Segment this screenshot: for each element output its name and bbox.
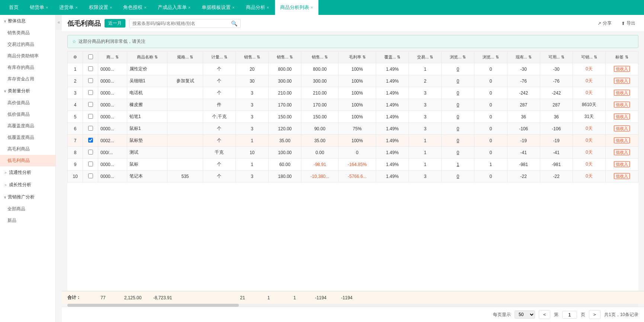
table-row[interactable]: 2 0000... 吴细细1 参加复试 个 30 300.00 300.00 1… bbox=[68, 75, 638, 87]
table-row[interactable]: 1 0000... 属性定价 个 20 800.00 800.00 100% 1… bbox=[68, 63, 638, 75]
col-spec[interactable]: 规格... ⇅ bbox=[167, 51, 203, 63]
row-checkbox[interactable] bbox=[83, 63, 98, 75]
col-sellable[interactable]: 可销... ⇅ bbox=[573, 51, 605, 63]
horizontal-scrollbar[interactable] bbox=[67, 304, 638, 307]
col-code[interactable]: 商... ⇅ bbox=[98, 51, 127, 63]
row-select-checkbox[interactable] bbox=[88, 90, 93, 95]
search-input[interactable] bbox=[132, 21, 229, 26]
sidebar-item-low-profit[interactable]: 低毛利商品 bbox=[0, 155, 55, 166]
col-coverage[interactable]: 覆盖... ⇅ bbox=[376, 51, 409, 63]
page-size-select[interactable]: 50 100 bbox=[515, 310, 535, 319]
share-button[interactable]: ↗ 分享 bbox=[595, 19, 615, 28]
row-checkbox[interactable] bbox=[83, 75, 98, 87]
page-number-input[interactable] bbox=[562, 311, 577, 319]
search-icon[interactable]: 🔍 bbox=[231, 20, 237, 26]
row-select-checkbox[interactable] bbox=[88, 150, 93, 154]
col-browse2[interactable]: 浏览... ⇅ bbox=[474, 51, 507, 63]
table-row[interactable]: 6 0000... 鼠标1 个 3 120.00 90.00 75% 1.49%… bbox=[68, 123, 638, 135]
row-name[interactable]: 鼠标1 bbox=[127, 123, 167, 135]
col-trade[interactable]: 交易... ⇅ bbox=[409, 51, 442, 63]
nav-role-close[interactable]: × bbox=[144, 5, 146, 10]
scrollbar-thumb[interactable] bbox=[67, 304, 239, 307]
sidebar-section-circulation-title[interactable]: ＞ 流通性分析 bbox=[0, 166, 55, 179]
sidebar-item-low-coverage[interactable]: 低覆盖度商品 bbox=[0, 132, 55, 143]
nav-permission-close[interactable]: × bbox=[110, 5, 112, 10]
nav-goods-analysis-list[interactable]: 商品分析列表× bbox=[275, 0, 318, 15]
select-all-checkbox[interactable] bbox=[88, 54, 93, 59]
row-checkbox[interactable] bbox=[83, 123, 98, 135]
col-browse1[interactable]: 浏览... ⇅ bbox=[442, 51, 474, 63]
row-name[interactable]: 测试 bbox=[127, 147, 167, 159]
col-tag[interactable]: 标签 ⇅ bbox=[606, 51, 638, 63]
row-checkbox[interactable] bbox=[83, 87, 98, 99]
nav-sales-close[interactable]: × bbox=[46, 5, 48, 10]
nav-goods-analysis-close[interactable]: × bbox=[267, 5, 269, 10]
col-stock[interactable]: 现有... ⇅ bbox=[507, 51, 540, 63]
table-row[interactable]: 10 0000... 笔记本 535 个 3 180.00 -10,380...… bbox=[68, 170, 638, 182]
sidebar-item-stock-capital[interactable]: 库存资金占用 bbox=[0, 73, 55, 85]
sidebar-item-category-rate[interactable]: 商品分类助销率 bbox=[0, 50, 55, 62]
row-select-checkbox[interactable] bbox=[88, 78, 93, 83]
row-browse1[interactable]: 0 bbox=[442, 123, 474, 135]
row-select-checkbox[interactable] bbox=[88, 114, 93, 119]
sidebar-item-stock-goods[interactable]: 有库存的商品 bbox=[0, 62, 55, 73]
row-checkbox[interactable] bbox=[83, 170, 98, 182]
row-browse1[interactable]: 0 bbox=[442, 63, 474, 75]
col-unit[interactable]: 计量... ⇅ bbox=[203, 51, 236, 63]
row-browse1[interactable]: 0 bbox=[442, 75, 474, 87]
row-select-checkbox[interactable] bbox=[88, 66, 93, 71]
export-button[interactable]: ⬆ 导出 bbox=[618, 19, 638, 28]
nav-purchase[interactable]: 进货单× bbox=[54, 0, 83, 15]
sidebar-item-all-goods[interactable]: 全部商品 bbox=[0, 203, 55, 215]
col-sales3[interactable]: 销售... ⇅ bbox=[301, 51, 339, 63]
sidebar-item-high-value[interactable]: 高价值商品 bbox=[0, 97, 55, 109]
row-browse1[interactable]: 0 bbox=[442, 99, 474, 111]
row-name[interactable]: 鼠标 bbox=[127, 159, 167, 170]
nav-home[interactable]: 首页 bbox=[4, 0, 24, 15]
sidebar-item-new-goods[interactable]: 新品 bbox=[0, 215, 55, 226]
row-select-checkbox[interactable] bbox=[88, 102, 93, 107]
row-checkbox[interactable] bbox=[83, 111, 98, 123]
row-name[interactable]: 笔记本 bbox=[127, 170, 167, 182]
table-row[interactable]: 5 0000... 铅笔1 个,千克 3 150.00 150.00 100% … bbox=[68, 111, 638, 123]
row-browse1[interactable]: 1 bbox=[442, 159, 474, 170]
nav-role[interactable]: 角色授权× bbox=[118, 0, 151, 15]
sidebar-item-traded-goods[interactable]: 交易过的商品 bbox=[0, 39, 55, 50]
col-name[interactable]: 商品名称 ⇅ bbox=[127, 51, 167, 63]
row-checkbox[interactable] bbox=[83, 99, 98, 111]
row-name[interactable]: 铅笔1 bbox=[127, 111, 167, 123]
nav-purchase-close[interactable]: × bbox=[75, 5, 77, 10]
sidebar-section-analysis-title[interactable]: ∨ 类射量分析 bbox=[0, 85, 55, 97]
row-browse1[interactable]: 0 bbox=[442, 147, 474, 159]
row-select-checkbox[interactable] bbox=[88, 173, 93, 178]
row-name[interactable]: 属性定价 bbox=[127, 63, 167, 75]
row-checkbox[interactable] bbox=[83, 159, 98, 170]
table-row[interactable]: 4 0000... 橡皮擦 件 3 170.00 170.00 100% 1.4… bbox=[68, 99, 638, 111]
data-table-container[interactable]: ⚙ 商... ⇅ 商品名称 ⇅ 规格... ⇅ 计量... ⇅ 销售... ⇅ … bbox=[67, 51, 638, 291]
nav-template[interactable]: 单据模板设置× bbox=[196, 0, 240, 15]
row-browse1[interactable]: 0 bbox=[442, 87, 474, 99]
sidebar-item-high-profit[interactable]: 高毛利商品 bbox=[0, 143, 55, 155]
row-select-checkbox[interactable] bbox=[88, 138, 93, 143]
next-page-button[interactable]: ＞ bbox=[589, 310, 600, 319]
row-name[interactable]: 吴细细1 bbox=[127, 75, 167, 87]
col-sales2[interactable]: 销售... ⇅ bbox=[269, 51, 301, 63]
sidebar-item-low-value[interactable]: 低价值商品 bbox=[0, 109, 55, 120]
table-row[interactable]: 9 0000... 鼠标 个 1 60.00 -98.91 -164.85% 1… bbox=[68, 159, 638, 170]
row-browse1[interactable]: 0 bbox=[442, 170, 474, 182]
sidebar-item-high-coverage[interactable]: 高覆盖度商品 bbox=[0, 120, 55, 132]
sidebar-section-growth-title[interactable]: ＞ 成长性分析 bbox=[0, 179, 55, 191]
col-profit-rate[interactable]: 毛利率 ⇅ bbox=[339, 51, 376, 63]
sidebar-section-marketing-title[interactable]: ∨ 营销推广分析 bbox=[0, 191, 55, 203]
nav-goods-analysis-list-close[interactable]: × bbox=[311, 5, 313, 10]
row-name[interactable]: 鼠标垫 bbox=[127, 135, 167, 147]
row-checkbox[interactable] bbox=[83, 135, 98, 147]
row-name[interactable]: 电话机 bbox=[127, 87, 167, 99]
row-browse1[interactable]: 0 bbox=[442, 111, 474, 123]
table-row[interactable]: 8 000/... 测试 千克 10 100.00 0.00 0 1.49% 1… bbox=[68, 147, 638, 159]
nav-template-close[interactable]: × bbox=[232, 5, 234, 10]
row-select-checkbox[interactable] bbox=[88, 162, 93, 166]
col-sales1[interactable]: 销售... ⇅ bbox=[236, 51, 268, 63]
nav-sales[interactable]: 销货单× bbox=[25, 0, 53, 15]
filter-month-button[interactable]: 近一月 bbox=[105, 19, 125, 28]
